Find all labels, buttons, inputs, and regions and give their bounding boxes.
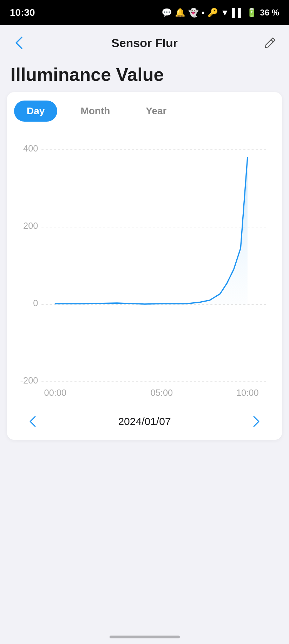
- nav-title: Sensor Flur: [111, 36, 178, 50]
- next-date-button[interactable]: [248, 413, 264, 430]
- edit-button[interactable]: [262, 34, 278, 51]
- svg-text:05:00: 05:00: [151, 388, 173, 398]
- tab-year[interactable]: Year: [133, 101, 179, 122]
- svg-text:10:00: 10:00: [236, 388, 259, 398]
- snapchat-icon: 👻: [188, 8, 199, 18]
- chart-area: 400 200 0 -200 00:00 05:00 10:00: [14, 129, 275, 403]
- top-nav: Sensor Flur: [0, 25, 289, 60]
- svg-line-0: [271, 40, 273, 42]
- time-display: 10:30: [10, 7, 35, 18]
- tab-row: Day Month Year: [14, 101, 275, 122]
- tab-day[interactable]: Day: [14, 101, 57, 122]
- date-nav: 2024/01/07: [14, 403, 275, 440]
- wifi-icon: ▼: [221, 8, 229, 18]
- signal-icon: ▌▌: [232, 8, 244, 18]
- battery-icon: 🔋: [247, 8, 257, 18]
- prev-date-button[interactable]: [25, 413, 41, 430]
- page-title: Illuminance Value: [0, 60, 289, 92]
- chart-line: [55, 157, 247, 304]
- status-time: 10:30: [10, 7, 35, 18]
- tab-month[interactable]: Month: [68, 101, 123, 122]
- svg-text:00:00: 00:00: [44, 388, 67, 398]
- svg-text:0: 0: [33, 298, 38, 308]
- back-button[interactable]: [11, 34, 27, 51]
- status-icons: 💬 🔔 👻 • 🔑 ▼ ▌▌ 🔋 36 %: [162, 8, 279, 18]
- notification-icon: 🔔: [175, 8, 185, 18]
- svg-text:-200: -200: [20, 375, 38, 385]
- chart-card: Day Month Year 400 200 0 -200 00:00 05:0…: [7, 92, 282, 440]
- chart-area-fill: [55, 157, 247, 304]
- home-indicator: [110, 636, 180, 638]
- dot-icon: •: [202, 8, 204, 18]
- status-bar: 10:30 💬 🔔 👻 • 🔑 ▼ ▌▌ 🔋 36 %: [0, 0, 289, 25]
- key-icon: 🔑: [208, 8, 218, 18]
- battery-percent: 36 %: [260, 8, 279, 18]
- chart-svg: 400 200 0 -200 00:00 05:00 10:00: [14, 129, 275, 403]
- svg-text:200: 200: [23, 221, 38, 231]
- whatsapp-icon: 💬: [162, 8, 172, 18]
- svg-text:400: 400: [23, 143, 38, 153]
- date-label: 2024/01/07: [118, 416, 171, 427]
